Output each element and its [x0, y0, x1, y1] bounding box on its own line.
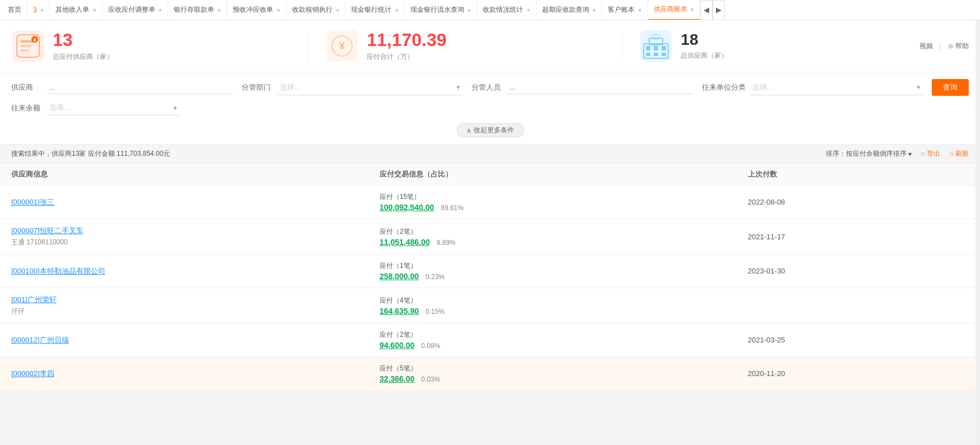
cell-lastpay-3: [748, 295, 969, 316]
tx-amount-2[interactable]: 258,000.00: [380, 272, 419, 281]
filter-row-1: 供应商 分管部门 选择... ▾ 分管人员 往来单位分类 选择... ▾ 查询: [11, 79, 969, 96]
tx-amount-0[interactable]: 100,092,540.00: [380, 203, 434, 212]
tx-amount-4[interactable]: 94,600.00: [380, 341, 414, 350]
nav-tab-overdue[interactable]: 超期应收款查询 ×: [537, 0, 602, 20]
nav-tab-cash-bank-stat-close[interactable]: ×: [395, 7, 398, 13]
svg-rect-13: [654, 46, 658, 50]
query-button[interactable]: 查询: [932, 79, 969, 96]
nav-tab-3-close[interactable]: ×: [40, 7, 44, 13]
filter-category-select[interactable]: 选择... ▾: [750, 80, 923, 95]
filter-supplier-input[interactable]: [47, 81, 233, 94]
tx-pct-4: 0.08%: [421, 342, 440, 350]
tx-label-1: 应付（2笔）: [380, 227, 748, 237]
tx-row-2: 258,000.00 0.23%: [380, 272, 748, 281]
tx-label-4: 应付（2笔）: [380, 330, 748, 340]
nav-tab-bank-close[interactable]: ×: [218, 7, 221, 13]
table-row: [000001]张三 应付（15笔） 100,092,540.00 89.61%…: [0, 186, 980, 219]
nav-tab-adjust[interactable]: 应收应付调整单 ×: [103, 0, 168, 20]
help-link[interactable]: ⊙ 帮助: [948, 41, 969, 51]
table-row: [000100]本特勒油品有限公司 应付（1笔） 258,000.00 0.23…: [0, 254, 980, 288]
nav-tab-prepay-label: 预收冲应收单: [233, 5, 273, 15]
sort-label: 排序：按应付余额倒序排序: [826, 149, 907, 159]
supplier-link-2[interactable]: [000100]本特勒油品有限公司: [11, 266, 380, 276]
tx-pct-2: 0.23%: [426, 273, 445, 281]
refresh-button[interactable]: ○ 刷新: [949, 149, 969, 159]
filter-supplier: 供应商: [11, 81, 233, 94]
payable-total-icon: ¥: [325, 29, 359, 63]
supplier-link-1[interactable]: [000007]恒旺二手叉车: [11, 226, 380, 236]
nav-tab-cash-bank-flow[interactable]: 现金银行流水查询 ×: [405, 0, 477, 20]
nav-tab-supplier-ledger[interactable]: 供应商账本 ×: [648, 0, 700, 20]
filter-person-label: 分管人员: [471, 82, 503, 92]
cell-transaction-2: 应付（1笔） 258,000.00 0.23%: [380, 261, 748, 281]
sort-area: 排序：按应付余额倒序排序 ▾ ○ 导出 ○ 刷新: [826, 149, 969, 159]
nav-tab-customer-ledger[interactable]: 客户账本 ×: [602, 0, 648, 20]
nav-tab-bank[interactable]: 银行存取款单 ×: [168, 0, 227, 20]
table-row: [000012]广州贝瑞 应付（2笔） 94,600.00 0.08% 2021…: [0, 323, 980, 357]
result-bar: 搜索结果中，供应商13家 应付金额 111,703,854.00元 排序：按应付…: [0, 145, 980, 164]
supplier-link-4[interactable]: [000012]广州贝瑞: [11, 335, 380, 345]
collapse-icon: ∧: [466, 127, 471, 135]
svg-rect-16: [654, 53, 658, 56]
nav-tab-prepay[interactable]: 预收冲应收单 ×: [227, 0, 286, 20]
nav-next-arrow[interactable]: ▶: [713, 0, 725, 20]
scrollbar[interactable]: [976, 20, 980, 391]
supplier-link-3[interactable]: [001]广州荣轩: [11, 295, 380, 305]
nav-tab-home[interactable]: 首页: [2, 0, 27, 20]
supplier-link-5[interactable]: [000002]李四: [11, 369, 380, 379]
collapse-button[interactable]: ∧ 收起更多条件: [457, 123, 524, 137]
nav-tab-receipt-stat-close[interactable]: ×: [526, 7, 530, 13]
tx-row-0: 100,092,540.00 89.61%: [380, 203, 748, 212]
filter-person-input[interactable]: [507, 81, 693, 94]
tx-pct-5: 0.03%: [421, 376, 440, 383]
nav-tab-overdue-label: 超期应收款查询: [542, 5, 589, 15]
filter-dept-select[interactable]: 选择... ▾: [278, 80, 463, 95]
stat-text-total-suppliers: 18 总供应商（家）: [681, 31, 728, 61]
nav-tab-3[interactable]: 3 ×: [27, 0, 50, 20]
nav-tab-cash-bank-flow-close[interactable]: ×: [468, 7, 471, 13]
svg-text:¥: ¥: [33, 37, 36, 43]
nav-tab-prepay-close[interactable]: ×: [276, 7, 280, 13]
tx-row-1: 11,051,486.00 9.89%: [380, 238, 748, 247]
filter-category-arrow: ▾: [917, 83, 921, 91]
cell-transaction-3: 应付（4笔） 164,635.90 0.15%: [380, 295, 748, 316]
filter-category-label: 往来单位分类: [702, 82, 746, 92]
stat-divider-2: [622, 32, 622, 60]
tx-amount-5[interactable]: 32,366.00: [380, 374, 414, 383]
nav-prev-arrow[interactable]: ◀: [700, 0, 713, 20]
refresh-icon: ○: [949, 150, 954, 158]
tx-label-3: 应付（4笔）: [380, 296, 748, 305]
tx-pct-3: 0.15%: [426, 308, 445, 316]
cell-transaction-1: 应付（2笔） 11,051,486.00 9.89%: [380, 226, 748, 247]
nav-tab-collection[interactable]: 收款核销执行 ×: [286, 0, 345, 20]
nav-tab-receipt-stat[interactable]: 收款情况统计 ×: [477, 0, 536, 20]
filter-dept: 分管部门 选择... ▾: [242, 80, 463, 95]
tx-row-4: 94,600.00 0.08%: [380, 341, 748, 350]
sort-button[interactable]: 排序：按应付余额倒序排序 ▾: [826, 149, 912, 159]
cell-transaction-5: 应付（5笔） 32,366.00 0.03%: [380, 364, 748, 383]
tx-amount-1[interactable]: 11,051,486.00: [380, 238, 430, 247]
supplier-link-0[interactable]: [000001]张三: [11, 197, 380, 207]
nav-tab-overdue-close[interactable]: ×: [593, 7, 596, 13]
nav-tab-other-income[interactable]: 其他收入单 ×: [50, 0, 102, 20]
tx-amount-3[interactable]: 164,635.90: [380, 307, 419, 316]
nav-tab-supplier-ledger-close[interactable]: ×: [691, 6, 694, 13]
filter-balance-select[interactable]: 选项... ▾: [47, 100, 179, 115]
nav-tab-cash-bank-stat[interactable]: 现金银行统计 ×: [345, 0, 404, 20]
cell-lastpay-1: 2021-11-17: [748, 226, 969, 247]
export-button[interactable]: ○ 导出: [921, 149, 940, 159]
nav-tab-bank-label: 银行存取款单: [174, 5, 214, 15]
nav-tab-customer-ledger-close[interactable]: ×: [638, 7, 641, 13]
svg-rect-3: [20, 45, 31, 47]
filter-balance-placeholder: 选项...: [49, 103, 70, 113]
nav-tab-other-income-close[interactable]: ×: [93, 7, 96, 13]
nav-tab-collection-close[interactable]: ×: [336, 7, 339, 13]
cell-transaction-4: 应付（2笔） 94,600.00 0.08%: [380, 330, 748, 350]
video-link[interactable]: 视频: [919, 41, 933, 51]
svg-rect-17: [662, 53, 666, 56]
nav-tab-3-label: 3: [33, 6, 37, 14]
svg-rect-14: [662, 46, 666, 50]
nav-tab-adjust-close[interactable]: ×: [159, 7, 162, 13]
filter-dept-label: 分管部门: [242, 82, 273, 92]
stat-block-total-suppliers: 18 总供应商（家）: [639, 29, 919, 63]
